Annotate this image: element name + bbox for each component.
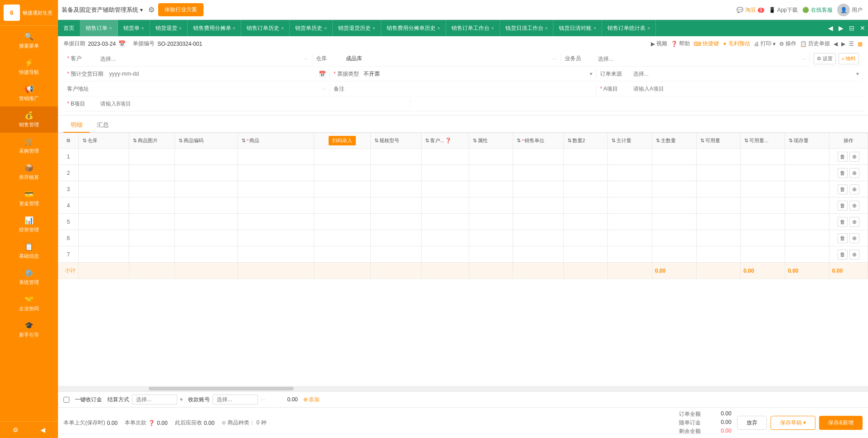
warehouse-more-icon[interactable]: ···: [553, 56, 557, 62]
th-warehouse[interactable]: ⇅仓库: [78, 133, 129, 149]
sidebar-item-基础信息[interactable]: 📋基础信息: [0, 238, 58, 264]
tab-close-all-icon[interactable]: ✕: [857, 24, 868, 32]
auto-checkout-checkbox[interactable]: [63, 397, 69, 403]
sidebar-item-新手引导[interactable]: 🎓新手引导: [0, 317, 58, 343]
sidebar-item-库存核算[interactable]: 📦库存核算: [0, 159, 58, 185]
row-avail-7[interactable]: [696, 246, 741, 263]
operations-action[interactable]: ⚙ 操作: [779, 40, 796, 48]
row-attr-5[interactable]: [469, 214, 513, 230]
row-code-2[interactable]: [175, 165, 238, 181]
row-image-5[interactable]: [129, 214, 175, 230]
order-source-dropdown-icon[interactable]: ▾: [856, 71, 859, 77]
th-main-qty[interactable]: ⇅主数量: [652, 133, 697, 149]
row-scan-5[interactable]: [314, 214, 371, 230]
delivery-date-input[interactable]: [106, 69, 316, 78]
row-stock-3[interactable]: [785, 181, 829, 197]
customer-more-icon[interactable]: ···: [304, 56, 308, 62]
th-avail2[interactable]: ⇅可用量...: [741, 133, 785, 149]
th-customer-code[interactable]: ⇅客户...❓: [421, 133, 469, 149]
row-ccode-2[interactable]: [421, 165, 469, 181]
th-main-unit[interactable]: ⇅主计量: [608, 133, 652, 149]
row-spec-4[interactable]: [371, 197, 422, 214]
row-product-7[interactable]: [238, 246, 314, 263]
tab-销货退货历史[interactable]: 销货退货历史×: [333, 20, 381, 36]
row-scan-1[interactable]: [314, 149, 371, 165]
draft-dropdown-icon[interactable]: ▾: [803, 419, 806, 426]
tab-close-icon[interactable]: ×: [545, 26, 548, 31]
user-button[interactable]: 👤 用户: [837, 4, 863, 16]
view-action[interactable]: ▶ 视频: [651, 40, 667, 48]
row-unit-2[interactable]: [513, 165, 564, 181]
row-avail-5[interactable]: [696, 214, 741, 230]
row-warehouse-4[interactable]: [78, 197, 129, 214]
th-qty2[interactable]: ⇅数量2: [563, 133, 608, 149]
nav-next-icon[interactable]: ▶: [841, 41, 845, 47]
customer-addr-input[interactable]: [97, 84, 319, 93]
table-wrapper[interactable]: ⚙ ⇅仓库 ⇅商品图片 ⇅商品编码 ⇅*商品 扫码录入: [58, 133, 868, 386]
row-copy-1[interactable]: ⊕: [849, 152, 859, 162]
sidebar-item-销售管理[interactable]: 💰销售管理: [0, 106, 58, 133]
row-image-4[interactable]: [129, 197, 175, 214]
row-attr-6[interactable]: [469, 230, 513, 246]
remarks-input[interactable]: [364, 84, 592, 93]
row-qty2-1[interactable]: [563, 149, 608, 165]
settings-icon[interactable]: ⚙: [13, 426, 19, 433]
tab-销售订单历史[interactable]: 销售订单历史×: [241, 20, 290, 36]
shortcut-action[interactable]: ⌨ 快捷键: [693, 40, 719, 48]
sidebar-item-采购管理[interactable]: 🛒采购管理: [0, 133, 58, 159]
add-material-button[interactable]: + 物料: [839, 53, 859, 64]
tab-销售订单统计表[interactable]: 销售订单统计表×: [602, 20, 656, 36]
row-product-6[interactable]: [238, 230, 314, 246]
date-value[interactable]: 2023-03-24: [88, 41, 116, 47]
row-image-1[interactable]: [129, 149, 175, 165]
row-spec-5[interactable]: [371, 214, 422, 230]
row-product-1[interactable]: [238, 149, 314, 165]
grid-view-icon[interactable]: ☰: [849, 41, 854, 47]
th-stock[interactable]: ⇅现存量: [785, 133, 829, 149]
tab-销售订单[interactable]: 销售订单×: [80, 20, 118, 36]
tab-销售费用分摊单[interactable]: 销售费用分摊单×: [188, 20, 242, 36]
row-code-6[interactable]: [175, 230, 238, 246]
billno-value[interactable]: SO-20230324-001: [157, 41, 202, 47]
row-mainunit-7[interactable]: [608, 246, 652, 263]
save-new-button[interactable]: 保存&新增: [819, 416, 863, 430]
row-mainqty-1[interactable]: [652, 149, 697, 165]
row-qty2-3[interactable]: [563, 181, 608, 197]
th-settings[interactable]: ⚙: [58, 133, 79, 149]
row-delete-5[interactable]: 🗑: [838, 217, 848, 227]
sidebar-item-系统管理[interactable]: ⚙️系统管理: [0, 264, 58, 290]
row-mainunit-6[interactable]: [608, 230, 652, 246]
row-avail2-2[interactable]: [741, 165, 785, 181]
row-stock-4[interactable]: [785, 197, 829, 214]
row-delete-7[interactable]: 🗑: [838, 250, 848, 260]
row-scan-3[interactable]: [314, 181, 371, 197]
row-ccode-6[interactable]: [421, 230, 469, 246]
th-attr[interactable]: ⇅属性: [469, 133, 513, 149]
tab-钱货日清工作台[interactable]: 钱货日清工作台×: [500, 20, 554, 36]
row-mainunit-4[interactable]: [608, 197, 652, 214]
row-unit-4[interactable]: [513, 197, 564, 214]
b-project-input[interactable]: [97, 99, 406, 108]
row-delete-1[interactable]: 🗑: [838, 152, 848, 162]
row-warehouse-2[interactable]: [78, 165, 129, 181]
row-spec-1[interactable]: [371, 149, 422, 165]
th-help-icon[interactable]: ❓: [445, 138, 451, 144]
tab-close-icon[interactable]: ×: [373, 26, 375, 31]
help-lower-icon[interactable]: ❓: [148, 420, 155, 426]
tab-close-icon[interactable]: ×: [109, 26, 112, 31]
row-copy-7[interactable]: ⊕: [849, 250, 859, 260]
online-service-button[interactable]: 🟢 在线客服: [802, 6, 833, 14]
row-unit-5[interactable]: [513, 214, 564, 230]
row-qty2-2[interactable]: [563, 165, 608, 181]
row-mainunit-5[interactable]: [608, 214, 652, 230]
row-delete-4[interactable]: 🗑: [838, 201, 848, 211]
tab-首页[interactable]: 首页: [58, 20, 80, 36]
sidebar-item-搜索菜单[interactable]: 🔍搜索菜单: [0, 28, 58, 54]
scroll-track[interactable]: [58, 386, 868, 391]
detail-tab-明细[interactable]: 明细: [63, 118, 90, 133]
row-unit-1[interactable]: [513, 149, 564, 165]
tab-销售订单工作台[interactable]: 销售订单工作台×: [446, 20, 500, 36]
profit-action[interactable]: ✦ 毛利预估: [723, 40, 750, 48]
th-code[interactable]: ⇅商品编码: [175, 133, 238, 149]
row-spec-6[interactable]: [371, 230, 422, 246]
